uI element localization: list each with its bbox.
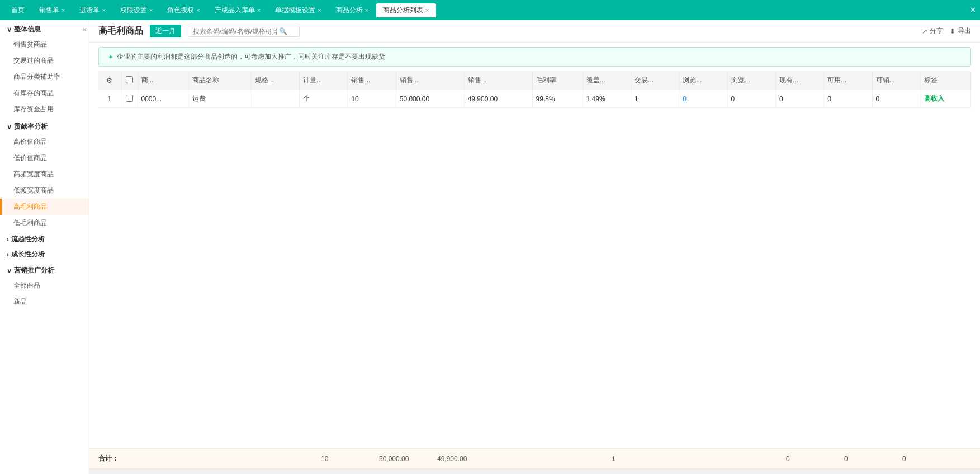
row-index: 1 bbox=[98, 90, 121, 108]
info-icon: ✦ bbox=[108, 53, 113, 61]
time-filter-button[interactable]: 近一月 bbox=[150, 25, 181, 37]
th-name[interactable]: 商品名称 bbox=[188, 71, 251, 90]
th-available[interactable]: 可用... bbox=[824, 71, 872, 90]
search-box[interactable]: 🔍 bbox=[188, 26, 300, 37]
table-row: 1 0000... 运费 个 10 50,000.00 49,900.00 99… bbox=[98, 90, 971, 108]
chevron-right-icon2: › bbox=[7, 251, 9, 259]
sidebar-group-growth[interactable]: › 成长性分析 bbox=[0, 246, 89, 261]
search-icon[interactable]: 🔍 bbox=[279, 27, 287, 35]
sidebar-item-high-freq[interactable]: 高频宽度商品 bbox=[0, 166, 89, 182]
tab-template[interactable]: 单据模板设置 × bbox=[268, 3, 328, 17]
sidebar-group-overall[interactable]: ∨ 整体信息 bbox=[0, 20, 89, 36]
row-browse2: 0 bbox=[727, 90, 775, 108]
search-input[interactable] bbox=[193, 27, 277, 35]
chevron-down-icon2: ∨ bbox=[7, 123, 12, 131]
table-header-row: ⚙ 商... 商品名称 规格... 计量... 销售... 销售... 销售..… bbox=[98, 71, 971, 90]
footer-label: 合计： bbox=[98, 454, 119, 463]
checkbox-col-header[interactable] bbox=[121, 71, 138, 90]
row-name: 运费 bbox=[188, 90, 251, 108]
sidebar-group-trend[interactable]: › 流趋性分析 bbox=[0, 231, 89, 246]
settings-col-header[interactable]: ⚙ bbox=[98, 71, 121, 90]
chevron-down-icon: ∨ bbox=[7, 26, 12, 34]
sidebar-item-new-goods[interactable]: 新品 bbox=[0, 294, 89, 310]
th-browse2[interactable]: 浏览... bbox=[727, 71, 775, 90]
close-analysis-tab[interactable]: × bbox=[365, 7, 368, 13]
content-area: 高毛利商品 近一月 🔍 ↗ 分享 ⬇ 导出 ✦ 企业的主要的利润都是这部分商品创… bbox=[89, 20, 980, 474]
th-sales-qty[interactable]: 销售... bbox=[348, 71, 396, 90]
chevron-down-icon3: ∨ bbox=[7, 267, 12, 275]
th-spec[interactable]: 规格... bbox=[251, 71, 299, 90]
th-margin-rate[interactable]: 毛利率 bbox=[532, 71, 583, 90]
row-margin-rate: 99.8% bbox=[532, 90, 583, 108]
horizontal-scrollbar[interactable] bbox=[89, 468, 980, 474]
row-checkbox[interactable] bbox=[126, 95, 133, 102]
sidebar-item-low-value[interactable]: 低价值商品 bbox=[0, 150, 89, 166]
close-products-in-tab[interactable]: × bbox=[257, 7, 261, 13]
sidebar-item-traded-goods[interactable]: 交易过的商品 bbox=[0, 53, 89, 69]
data-table: ⚙ 商... 商品名称 规格... 计量... 销售... 销售... 销售..… bbox=[98, 71, 971, 108]
row-browse1[interactable]: 0 bbox=[679, 90, 727, 108]
row-sales-qty: 10 bbox=[348, 90, 396, 108]
sidebar-item-all-goods[interactable]: 全部商品 bbox=[0, 278, 89, 294]
close-purchase-tab[interactable]: × bbox=[102, 7, 105, 13]
th-sales-amount[interactable]: 销售... bbox=[396, 71, 464, 90]
th-sales-cost[interactable]: 销售... bbox=[464, 71, 532, 90]
sidebar-item-inventory-goods[interactable]: 有库存的商品 bbox=[0, 85, 89, 101]
th-browse1[interactable]: 浏览... bbox=[679, 71, 727, 90]
page-title: 高毛利商品 bbox=[98, 25, 143, 37]
sidebar-item-low-margin[interactable]: 低毛利商品 bbox=[0, 215, 89, 231]
close-sales-tab[interactable]: × bbox=[61, 7, 65, 13]
row-trade: 1 bbox=[631, 90, 679, 108]
tab-analysis-list[interactable]: 商品分析列表 × bbox=[376, 3, 435, 17]
close-all-tabs[interactable]: × bbox=[970, 5, 976, 15]
table-container: ⚙ 商... 商品名称 规格... 计量... 销售... 销售... 销售..… bbox=[89, 71, 980, 448]
footer-trade: 1 bbox=[612, 455, 656, 463]
sidebar-item-sales-goods[interactable]: 销售贫商品 bbox=[0, 36, 89, 53]
sidebar-item-high-margin[interactable]: 高毛利商品 bbox=[0, 199, 89, 215]
row-unit: 个 bbox=[300, 90, 348, 108]
sidebar-group-marketing[interactable]: ∨ 营销推广分析 bbox=[0, 261, 89, 278]
sidebar-collapse-btn[interactable]: « bbox=[82, 25, 87, 34]
footer-sales-amount: 50,000.00 bbox=[379, 455, 424, 463]
row-sellable: 0 bbox=[872, 90, 920, 108]
close-permissions-tab[interactable]: × bbox=[149, 7, 153, 13]
th-unit[interactable]: 计量... bbox=[300, 71, 348, 90]
sidebar-item-analysis-assist[interactable]: 商品分类辅助率 bbox=[0, 69, 89, 85]
th-sellable[interactable]: 可销... bbox=[872, 71, 920, 90]
tab-home[interactable]: 首页 bbox=[4, 3, 31, 17]
tab-permissions[interactable]: 权限设置 × bbox=[113, 3, 159, 17]
row-available: 0 bbox=[824, 90, 872, 108]
tab-products-in[interactable]: 产成品入库单 × bbox=[208, 3, 267, 17]
footer-sales-qty: 10 bbox=[321, 455, 366, 463]
share-button[interactable]: ↗ 分享 bbox=[922, 26, 943, 36]
footer-available: 0 bbox=[844, 455, 889, 463]
close-roles-tab[interactable]: × bbox=[196, 7, 200, 13]
main-layout: « ∨ 整体信息 销售贫商品 交易过的商品 商品分类辅助率 有库存的商品 库存资… bbox=[0, 20, 980, 474]
th-cover[interactable]: 覆盖... bbox=[583, 71, 631, 90]
share-icon: ↗ bbox=[922, 27, 927, 35]
row-tag: 高收入 bbox=[920, 90, 970, 108]
select-all-checkbox[interactable] bbox=[126, 76, 133, 83]
export-button[interactable]: ⬇ 导出 bbox=[950, 26, 971, 36]
th-tag[interactable]: 标签 bbox=[920, 71, 970, 90]
close-template-tab[interactable]: × bbox=[318, 7, 321, 13]
tab-sales[interactable]: 销售单 × bbox=[32, 3, 72, 17]
close-analysis-list-tab[interactable]: × bbox=[425, 7, 429, 13]
sidebar-group-financial[interactable]: ∨ 贡献率分析 bbox=[0, 118, 89, 134]
row-checkbox-cell[interactable] bbox=[121, 90, 138, 108]
th-code[interactable]: 商... bbox=[138, 71, 188, 90]
tab-purchase[interactable]: 进货单 × bbox=[73, 3, 112, 17]
th-current[interactable]: 现有... bbox=[775, 71, 823, 90]
footer-current: 0 bbox=[786, 455, 831, 463]
sidebar-item-low-freq[interactable]: 低频宽度商品 bbox=[0, 182, 89, 199]
sidebar: « ∨ 整体信息 销售贫商品 交易过的商品 商品分类辅助率 有库存的商品 库存资… bbox=[0, 20, 89, 474]
th-trade[interactable]: 交易... bbox=[631, 71, 679, 90]
top-nav: 首页 销售单 × 进货单 × 权限设置 × 角色授权 × 产成品入库单 × 单据… bbox=[0, 0, 980, 20]
info-banner: ✦ 企业的主要的利润都是这部分商品创造的，可考虑加大推广，同时关注库存是不要出现… bbox=[98, 47, 971, 67]
chevron-right-icon: › bbox=[7, 236, 9, 243]
tab-roles[interactable]: 角色授权 × bbox=[160, 3, 206, 17]
tab-analysis[interactable]: 商品分析 × bbox=[329, 3, 375, 17]
sidebar-item-inventory-capital[interactable]: 库存资金占用 bbox=[0, 101, 89, 118]
sidebar-item-high-value[interactable]: 高价值商品 bbox=[0, 134, 89, 150]
export-icon: ⬇ bbox=[950, 27, 955, 35]
